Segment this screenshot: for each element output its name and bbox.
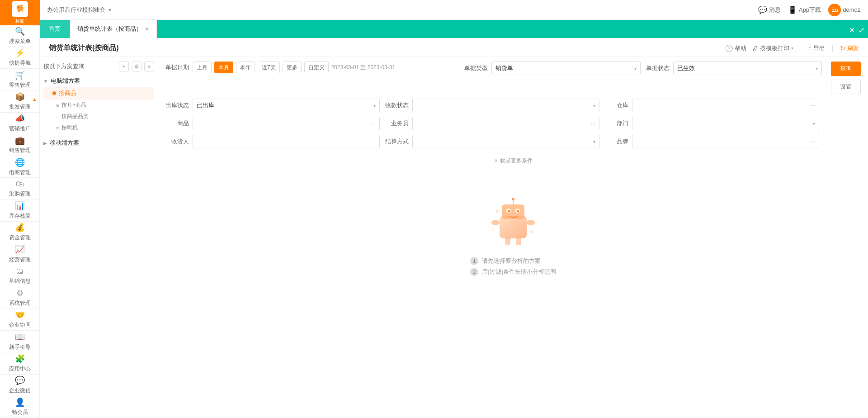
sidebar-item-ops[interactable]: 📈 经营管理	[0, 243, 40, 265]
tab-maximize-icon[interactable]: ⤢	[859, 26, 864, 34]
status-dropdown-arrow: ▾	[816, 66, 818, 71]
brand-more-icon[interactable]: ···	[811, 138, 815, 145]
scheme-item-by-category[interactable]: ≡ 按商品品类	[43, 111, 154, 122]
message-btn[interactable]: 💬 消息	[758, 5, 781, 14]
payment-method-label: 结算方式	[385, 138, 409, 146]
sidebar-item-purchase[interactable]: 🛍 采购管理	[0, 178, 40, 200]
refresh-icon: ↻	[840, 45, 845, 52]
svg-point-7	[512, 198, 514, 200]
filter-item-payment-status: 收款状态 ▾	[385, 99, 599, 112]
sidebar-item-apps[interactable]: 🧩 应用中心	[0, 352, 40, 374]
mobile-group-label: 移动端方案	[50, 139, 79, 147]
wh-status-arrow: ▾	[373, 103, 376, 108]
inventory-icon: 📊	[15, 201, 25, 211]
svg-point-5	[517, 210, 519, 213]
payment-status-label: 收款状态	[385, 101, 409, 109]
scheme-item-by-machine[interactable]: ≡ 按司机	[43, 122, 154, 133]
export-icon: ↑	[808, 45, 811, 52]
status-select[interactable]: 已生效 ▾	[673, 62, 822, 75]
page-actions: ? 帮助 🖨 按模板打印 ▾ ↑ 导出 ↻ 刷新	[726, 44, 859, 52]
main-area: 办公用品行业模拟账套 ▾ 💬 消息 📱 App下载 Ea demo2 首页 销货…	[40, 0, 868, 418]
date-btn-custom[interactable]: 自定义	[304, 62, 329, 73]
sidebar-item-wechat[interactable]: 💬 企业微信	[0, 375, 40, 396]
tab-report[interactable]: 销货单统计表（按商品） ✕	[70, 20, 157, 38]
product-input[interactable]: ···	[193, 117, 380, 130]
type-select[interactable]: 销货单 ▾	[491, 62, 640, 75]
tab-close-all-icon[interactable]: ✕	[849, 26, 855, 34]
scheme-mobile-header[interactable]: ▶ 移动端方案	[43, 137, 154, 149]
sidebar-item-label: 零售管理	[9, 81, 31, 89]
warehouse-status-select[interactable]: 已出库 ▾	[193, 99, 380, 112]
date-btn-last-month[interactable]: 上月	[193, 62, 212, 73]
payment-status-select[interactable]: ▾	[412, 99, 599, 112]
user-name: demo2	[843, 6, 861, 13]
scheme-desktop-group: ▼ 电脑端方案 按商品 ≡ 按月+商品 ≡ 按商品品类	[43, 75, 154, 133]
warehouse-input[interactable]: ···	[632, 99, 819, 112]
dept-select[interactable]: ▾	[632, 117, 819, 130]
date-btn-this-year[interactable]: 本年	[236, 62, 255, 73]
print-dropdown-arrow[interactable]: ▾	[791, 46, 793, 51]
sidebar-item-member[interactable]: 👤 畅会员	[0, 396, 40, 418]
system-icon: ⚙	[16, 288, 24, 298]
scheme-item-by-product[interactable]: 按商品	[43, 87, 154, 100]
refresh-btn[interactable]: ↻ 刷新	[840, 44, 859, 52]
filter-row-2: 出库状态 已出库 ▾ 收款状态 ▾ 仓库	[165, 99, 861, 112]
sidebar-item-enterprise[interactable]: 🤝 企业协同	[0, 309, 40, 331]
recipient-input[interactable]: ···	[193, 135, 380, 148]
settings-button[interactable]: 设置	[831, 80, 861, 94]
sidebar-item-label: 采购管理	[9, 190, 31, 198]
empty-state-icon	[486, 195, 540, 250]
date-btn-more[interactable]: 更多	[283, 62, 302, 73]
sidebar-item-system[interactable]: ⚙ 系统管理	[0, 287, 40, 309]
sidebar-item-search[interactable]: 🔍 搜索菜单	[0, 25, 40, 47]
scheme-settings-btn[interactable]: ⚙	[132, 62, 142, 71]
sidebar-item-sales[interactable]: 💼 销售管理	[0, 134, 40, 156]
date-btn-7days[interactable]: 近7天	[258, 62, 280, 73]
help-btn[interactable]: ? 帮助	[726, 44, 746, 52]
salesperson-input[interactable]: ···	[412, 117, 599, 130]
brand-input[interactable]: ···	[632, 135, 819, 148]
sidebar-item-ecommerce[interactable]: 🌐 电商管理	[0, 156, 40, 178]
salesperson-more-icon[interactable]: ···	[591, 120, 595, 127]
scheme-collapse-btn[interactable]: «	[144, 62, 154, 71]
query-button[interactable]: 查询	[831, 62, 861, 76]
tab-close-btn[interactable]: ✕	[145, 26, 149, 32]
sub-item-icon: ≡	[56, 103, 59, 108]
scheme-item-by-month-product[interactable]: ≡ 按月+商品	[43, 100, 154, 111]
tab-home[interactable]: 首页	[40, 20, 70, 38]
active-bullet	[52, 91, 56, 95]
export-label: 导出	[813, 44, 825, 52]
collapse-more-btn[interactable]: ∧ 收起更多条件	[165, 153, 861, 168]
sidebar-item-retail[interactable]: 🛒 零售管理	[0, 69, 40, 90]
sidebar-item-newbie[interactable]: 📖 新手引导	[0, 331, 40, 352]
sidebar-item-finance[interactable]: 💰 资金管理	[0, 222, 40, 243]
sidebar-item-marketing[interactable]: 📣 营销推广	[0, 113, 40, 134]
filter-item-product: 商品 ···	[165, 117, 380, 130]
warehouse-more-icon[interactable]: ···	[811, 102, 815, 109]
sidebar-item-quick-nav[interactable]: ⚡ 快捷导航	[0, 47, 40, 69]
scheme-desktop-header[interactable]: ▼ 电脑端方案	[43, 75, 154, 87]
help-icon: ?	[726, 45, 733, 52]
date-btn-this-month[interactable]: 本月	[214, 62, 233, 73]
user-menu[interactable]: Ea demo2	[828, 4, 861, 16]
payment-method-select[interactable]: ▾	[412, 135, 599, 148]
recipient-more-icon[interactable]: ···	[371, 138, 376, 145]
filter-item-payment-method: 结算方式 ▾	[385, 135, 599, 148]
app-download-label: App下载	[799, 6, 821, 14]
sidebar: 畅 标账 🔍 搜索菜单 ⚡ 快捷导航 🛒 零售管理 📦 批发管理 ▲ 📣 营销推…	[0, 0, 40, 418]
left-panel: 按以下方案查询 + ⚙ «	[40, 57, 158, 310]
sidebar-item-wholesale[interactable]: 📦 批发管理 ▲	[0, 90, 40, 112]
sidebar-item-inventory[interactable]: 📊 库存核算	[0, 200, 40, 222]
status-value: 已生效	[677, 64, 695, 72]
scheme-add-btn[interactable]: +	[119, 62, 129, 71]
export-btn[interactable]: ↑ 导出	[808, 44, 825, 52]
tip-num-2: 2	[470, 268, 478, 276]
svg-rect-8	[491, 220, 500, 225]
product-more-icon[interactable]: ···	[371, 120, 376, 127]
print-btn[interactable]: 🖨 按模板打印 ▾	[752, 44, 793, 52]
app-download-btn[interactable]: 📱 App下载	[788, 5, 821, 14]
sub-item-icon3: ≡	[56, 125, 59, 131]
scheme-mobile-group: ▶ 移动端方案	[43, 137, 154, 149]
logo[interactable]: 畅 标账	[0, 0, 40, 25]
sidebar-item-base[interactable]: 🗂 基础信息	[0, 265, 40, 287]
